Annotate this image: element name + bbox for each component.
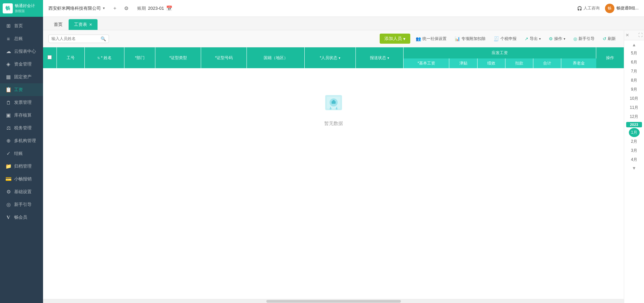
sidebar-item-label: 新手引导 <box>14 202 32 208</box>
sidebar-item-home[interactable]: ⊞ 首页 <box>0 19 43 32</box>
month-2023-04[interactable]: 4月 <box>624 155 644 164</box>
select-all-checkbox[interactable] <box>47 55 52 59</box>
th-employee-id: 工号 <box>56 47 84 68</box>
month-2022-09[interactable]: 9月 <box>624 85 644 94</box>
th-allowance: 津贴 <box>449 58 477 68</box>
month-2023-03[interactable]: 3月 <box>624 146 644 155</box>
sidebar-item-label: 工资 <box>14 87 23 93</box>
home-icon: ⊞ <box>5 23 11 29</box>
month-2022-06[interactable]: 6月 <box>624 58 644 67</box>
months-list: ▲ 5月 6月 7月 8月 9月 10月 <box>624 40 644 303</box>
chevron-down-icon: ▾ <box>103 6 105 10</box>
month-2022-05[interactable]: 5月 <box>624 49 644 58</box>
export-label: 导出 <box>530 36 538 42</box>
panel-close-button[interactable]: ✕ <box>626 33 629 38</box>
operation-button[interactable]: ⚙ 操作 ▾ <box>546 35 568 43</box>
sidebar-item-label: 总账 <box>14 36 23 42</box>
sidebar-nav: ⊞ 首页 ≡ 总账 ☁ 云报表中心 ◈ 资金管理 ▦ 固定资产 📋 工资 🗒 发… <box>0 17 43 303</box>
refresh-label: 刷新 <box>608 36 616 42</box>
inventory-icon: ▣ <box>5 112 11 118</box>
horizontal-scrollbar[interactable] <box>43 299 624 303</box>
tab-salary-table[interactable]: 工资表 ✕ <box>69 19 98 30</box>
refresh-icon: ↺ <box>603 36 606 41</box>
th-total: 合计 <box>533 58 561 68</box>
guide-button[interactable]: ◎ 新手引导 <box>571 35 597 43</box>
month-2022-11[interactable]: 11月 <box>624 103 644 112</box>
th-salary-group: 应发工资 <box>404 47 596 58</box>
social-insurance-button[interactable]: 👥 统一社保设置 <box>413 35 449 43</box>
person-status-filter-icon[interactable]: ▾ <box>339 56 340 60</box>
company-selector[interactable]: 西安虾米网络科技有限公司 ▾ <box>48 5 105 11</box>
sidebar-item-label: 云报表中心 <box>14 48 36 54</box>
guide-icon: ◎ <box>573 36 577 41</box>
refresh-button[interactable]: ↺ 刷新 <box>600 35 618 43</box>
svg-point-8 <box>336 109 338 110</box>
sidebar-item-invoice[interactable]: 🗒 发票管理 <box>0 96 43 109</box>
empty-text: 暂无数据 <box>324 121 343 127</box>
sidebar-item-ledger[interactable]: ≡ 总账 <box>0 32 43 45</box>
support-button[interactable]: 🎧 人工咨询 <box>577 5 600 11</box>
user-menu[interactable]: 畅 畅捷通B组... <box>605 4 639 13</box>
month-2022-12[interactable]: 12月 <box>624 112 644 121</box>
calendar-icon[interactable]: 📅 <box>166 5 173 11</box>
sidebar-item-salary[interactable]: 📋 工资 <box>0 83 43 96</box>
sidebar-item-close[interactable]: ✓ 结账 <box>0 147 43 160</box>
sidebar-item-expense[interactable]: 💳 小畅报销 <box>0 173 43 185</box>
year-2023-divider: 2023 <box>626 122 642 127</box>
sidebar-item-label: 基础设置 <box>14 189 32 195</box>
panel-expand-button[interactable]: ⛶ <box>638 33 643 38</box>
vip-icon: V <box>5 215 11 220</box>
ledger-icon: ≡ <box>5 36 11 42</box>
name-sort-icon[interactable]: ⇅ <box>97 56 100 60</box>
add-person-chevron-icon: ▾ <box>403 36 406 41</box>
month-2023-02[interactable]: 2月 <box>624 137 644 146</box>
sidebar-item-label: 首页 <box>14 23 23 29</box>
export-button[interactable]: ↗ 导出 ▾ <box>522 35 543 43</box>
sidebar-item-multi-org[interactable]: ⊕ 多机构管理 <box>0 134 43 147</box>
search-input[interactable] <box>51 36 99 41</box>
sidebar-item-guide[interactable]: ◎ 新手引导 <box>0 198 43 211</box>
month-2022-08[interactable]: 8月 <box>624 76 644 85</box>
th-deduction: 扣款 <box>505 58 533 68</box>
scrollbar-thumb[interactable] <box>266 300 401 303</box>
special-deduction-label: 专项附加扣除 <box>461 36 486 42</box>
sidebar-logo: 畅 畅通好会计 旗舰版 <box>0 0 43 17</box>
content-area: 🔍 添加人员 ▾ 👥 统一社保设置 📊 专项附加扣除 <box>43 30 644 303</box>
submit-status-filter-icon[interactable]: ▾ <box>387 56 389 60</box>
th-actions: 操作 <box>596 47 624 68</box>
sidebar-item-settings[interactable]: ⚙ 基础设置 <box>0 185 43 198</box>
th-name: ⇅ * 姓名 <box>84 47 124 68</box>
scroll-up-button[interactable]: ▲ <box>632 42 636 47</box>
toolbar-right: 添加人员 ▾ 👥 统一社保设置 📊 专项附加扣除 🧾 个税申报 <box>380 34 618 44</box>
sidebar-item-inventory[interactable]: ▣ 库存核算 <box>0 109 43 122</box>
sidebar-item-cloud-report[interactable]: ☁ 云报表中心 <box>0 45 43 58</box>
social-insurance-label: 统一社保设置 <box>422 36 447 42</box>
tax-declare-icon: 🧾 <box>494 36 499 41</box>
tabbar: 首页 工资表 ✕ <box>43 17 644 30</box>
settings-button[interactable]: ⚙ <box>122 4 130 13</box>
sidebar-item-label: 多机构管理 <box>14 138 36 144</box>
scroll-down-button[interactable]: ▼ <box>632 166 636 171</box>
special-deduction-button[interactable]: 📊 专项附加扣除 <box>452 35 488 43</box>
guide-label: 新手引导 <box>578 36 595 42</box>
sidebar-item-vip[interactable]: V 畅会员 <box>0 211 43 224</box>
topbar-add-actions: ＋ ⚙ <box>110 4 130 13</box>
sidebar-item-fixed-asset[interactable]: ▦ 固定资产 <box>0 71 43 83</box>
sidebar-item-archive[interactable]: 📁 归档管理 <box>0 160 43 173</box>
add-person-button[interactable]: 添加人员 ▾ <box>380 34 410 44</box>
svg-rect-3 <box>332 101 336 104</box>
operation-label: 操作 <box>554 36 562 42</box>
salary-icon: 📋 <box>5 87 11 93</box>
tab-home[interactable]: 首页 <box>48 19 68 30</box>
th-id-type: *证型类型 <box>155 47 201 68</box>
month-2022-10[interactable]: 10月 <box>624 94 644 103</box>
tax-declare-button[interactable]: 🧾 个税申报 <box>491 35 519 43</box>
month-2022-07[interactable]: 7月 <box>624 67 644 76</box>
month-2023-01[interactable]: 1月 <box>629 128 640 137</box>
add-company-button[interactable]: ＋ <box>110 4 119 13</box>
sidebar-item-fund[interactable]: ◈ 资金管理 <box>0 58 43 71</box>
th-nationality: 国籍（地区） <box>247 47 305 68</box>
sidebar-item-tax[interactable]: ⚖ 税务管理 <box>0 122 43 134</box>
tab-close-icon[interactable]: ✕ <box>89 23 92 27</box>
sidebar-item-label: 畅会员 <box>14 214 27 220</box>
